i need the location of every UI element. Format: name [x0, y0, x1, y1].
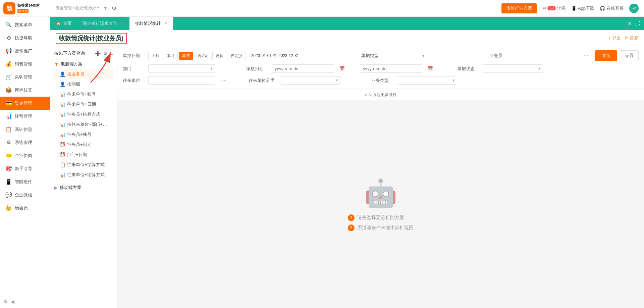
calendar-icon-from[interactable]: 📅: [339, 66, 345, 71]
finance-icon: 💳: [5, 100, 12, 106]
tab-home[interactable]: 🏠 首页: [50, 17, 77, 30]
user-icon: Rit: [629, 4, 639, 13]
scheme-item-salesman-settle[interactable]: 📊 业务员+结算方式: [53, 109, 114, 119]
sidebar-item-smart-hw[interactable]: 📱 智能硬件: [0, 175, 50, 188]
salesman-input[interactable]: [515, 52, 577, 60]
scheme-item-unit-settle2[interactable]: 📊 往来单位+结算方式: [53, 170, 114, 180]
calendar-icon-to[interactable]: 📅: [428, 66, 433, 71]
logo-area: 畅 畅捷通好生意 标准版: [0, 0, 50, 17]
date-btn-last-month[interactable]: 上月: [148, 52, 162, 60]
tab-bank-flow-close[interactable]: ✕: [121, 21, 124, 26]
sidebar-item-inventory[interactable]: 📦 库存核算: [0, 84, 50, 97]
page-header: 收款情况统计(按业务员) ↑ 导出 ↻ 刷新: [50, 30, 644, 46]
sidebar-item-wechat[interactable]: 💬 企业微信: [0, 188, 50, 201]
collapse-panel-btn[interactable]: «: [110, 51, 113, 56]
date-btn-this-month[interactable]: 本月: [164, 52, 178, 60]
window-maximize-btn[interactable]: ⛶: [635, 20, 640, 27]
export-btn[interactable]: ↑ 导出: [609, 35, 621, 41]
unit-more-btn[interactable]: ···: [221, 78, 228, 84]
sidebar-item-enterprise[interactable]: 🤝 企业协同: [0, 149, 50, 162]
sidebar-settings-icon[interactable]: ⚙: [3, 298, 8, 305]
sidebar-item-system[interactable]: ⚙ 系统管理: [0, 136, 50, 149]
main-area: 资金管理 / 收款情况统计 ▼ ⚙ 体验行业方案 ✉ 99+ 消息 📱 App下…: [50, 0, 644, 308]
unit-input[interactable]: [148, 76, 215, 85]
date-btn-more[interactable]: 更多: [212, 52, 226, 60]
refresh-btn[interactable]: ↻ 刷新: [625, 35, 639, 41]
sidebar-item-quick-nav[interactable]: ⊕ 快捷导航: [0, 31, 50, 44]
review-date-from[interactable]: [272, 64, 334, 73]
doc-type-select[interactable]: [387, 52, 427, 60]
date-btn-this-year[interactable]: 本年: [179, 52, 193, 60]
scheme-item-unit-account[interactable]: 📊 往来单位+账号: [53, 89, 114, 99]
sidebar-item-operations[interactable]: 📊 经营管理: [0, 110, 50, 123]
scheme-section-desktop: ▼ 电脑端方案 👤 按业务员 👤 按明细 📊 往来单位+账号 📊 往: [50, 59, 117, 180]
empty-state: 🤖 1 请先选择要分析的方案 2 用过滤条件来缩小分析范围: [117, 100, 644, 308]
scheme-item-by-salesman[interactable]: 👤 按业务员: [53, 69, 114, 79]
unit-cat-select[interactable]: [280, 76, 340, 85]
tab-bank-flow[interactable]: 现金银行流水查询 ✕: [77, 17, 129, 30]
dept-select-wrapper: ▼: [148, 64, 215, 73]
scheme-item-unit-dept[interactable]: 📊 按往来单位+部门+收...: [53, 119, 114, 130]
scheme-item-unit-settle1[interactable]: 📋 往来单位+结算方式: [53, 160, 114, 170]
logo-text: 畅捷通好生意 标准版: [17, 3, 40, 13]
scheme-item-by-detail[interactable]: 👤 按明细: [53, 79, 114, 89]
quick-nav-icon: ⊕: [5, 35, 12, 41]
dept-select[interactable]: [148, 64, 215, 73]
date-dash: —: [350, 66, 355, 71]
doc-status-select[interactable]: [483, 64, 543, 73]
settings-scheme-btn[interactable]: ⚙: [103, 51, 108, 56]
mobile-scheme-title[interactable]: ▶ 移动端方案: [53, 183, 114, 193]
breadcrumb-dropdown-icon[interactable]: ▼: [103, 6, 108, 11]
topbar-actions: 体验行业方案 ✉ 99+ 消息 📱 App下载 🎧 在线客服 Rit: [501, 3, 639, 13]
message-btn[interactable]: ✉ 99+ 消息: [542, 5, 566, 11]
export-icon: ↑: [609, 36, 611, 41]
scheme-item-unit-date[interactable]: 📊 往来单位+日期: [53, 99, 114, 109]
empty-illustration: 🤖: [364, 177, 397, 209]
biz-type-label: 业务类型: [371, 78, 391, 84]
unit-cat-select-wrapper: ▼: [280, 76, 340, 85]
biz-type-select[interactable]: [397, 76, 457, 85]
sidebar-collapse-icon[interactable]: ◀: [11, 299, 14, 304]
mobile-scheme-arrow: ▶: [54, 185, 58, 190]
app-download-btn[interactable]: 📱 App下载: [571, 5, 594, 11]
tab-receipt-stat[interactable]: 收款情况统计 ✕: [129, 17, 173, 30]
review-date-label: 审核日期: [246, 66, 266, 72]
date-btn-custom[interactable]: 自定义: [228, 52, 246, 60]
desktop-scheme-title[interactable]: ▼ 电脑端方案: [53, 59, 114, 69]
breadcrumb: 资金管理 / 收款情况统计: [56, 5, 99, 11]
system-icon: ⚙: [5, 139, 12, 146]
sidebar-item-marketing[interactable]: 📢 营销推广: [0, 44, 50, 57]
online-service-btn[interactable]: 🎧 在线客服: [600, 5, 624, 11]
window-close-btn[interactable]: ✕: [628, 20, 632, 27]
trial-btn[interactable]: 体验行业方案: [501, 3, 537, 13]
scheme-item-dept-date[interactable]: ⏰ 部门+日期: [53, 150, 114, 160]
page-header-actions: ↑ 导出 ↻ 刷新: [609, 35, 639, 41]
empty-tip-1: 1 请先选择要分析的方案: [348, 214, 414, 221]
salesman-more-btn[interactable]: ···: [583, 53, 590, 59]
user-avatar[interactable]: Rit: [629, 4, 639, 13]
filter-row-3: 往来单位 ··· 往来单位分类 ▼ 业务类型 ▼: [123, 76, 639, 85]
sidebar-item-guide[interactable]: 🎯 新手引导: [0, 162, 50, 175]
sidebar-item-finance[interactable]: 💳 资金管理: [0, 97, 50, 110]
scheme-item-salesman-account[interactable]: 📊 业务员+账号: [53, 130, 114, 140]
topbar-settings-icon[interactable]: ⚙: [112, 5, 116, 11]
smart-hw-icon: 📱: [5, 178, 12, 185]
collapse-bar[interactable]: ∧∧ 收起更多条件: [117, 89, 644, 100]
service-icon: 🎧: [600, 6, 605, 11]
query-btn[interactable]: 查询: [595, 50, 617, 61]
sidebar-item-search-menu[interactable]: 🔍 搜索菜单: [0, 18, 50, 31]
page-title: 收款情况统计(按业务员): [56, 33, 127, 44]
sidebar-item-sales[interactable]: 💰 销售管理: [0, 57, 50, 70]
sidebar-item-purchase[interactable]: 🛒 采购管理: [0, 70, 50, 84]
date-btn-7days[interactable]: 近7天: [195, 52, 211, 60]
review-date-to[interactable]: [360, 64, 422, 73]
add-scheme-btn[interactable]: ➕: [95, 51, 101, 56]
tab-receipt-stat-close[interactable]: ✕: [164, 21, 168, 26]
setting-btn[interactable]: 设置: [620, 50, 639, 61]
scheme-item-salesman-date[interactable]: ⏰ 业务员+日期: [53, 140, 114, 150]
doc-type-label: 单据类型: [361, 53, 381, 59]
sidebar-item-basic-info[interactable]: 📋 基础信息: [0, 123, 50, 136]
window-buttons: ✕ ⛶: [628, 20, 644, 27]
sidebar-item-member[interactable]: 👑 畅会员: [0, 201, 50, 214]
basic-info-icon: 📋: [5, 126, 12, 133]
